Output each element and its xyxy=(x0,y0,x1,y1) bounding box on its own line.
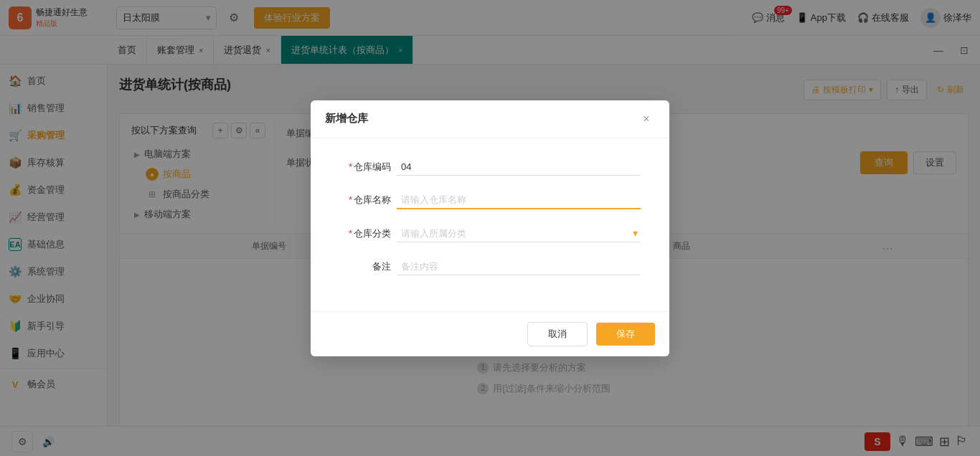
code-label: *仓库编码 xyxy=(339,161,397,174)
category-select[interactable]: 请输入所属分类 xyxy=(397,225,641,242)
cancel-button[interactable]: 取消 xyxy=(527,322,588,346)
form-row-category: *仓库分类 请输入所属分类 ▾ xyxy=(339,225,641,242)
name-input[interactable] xyxy=(397,191,641,209)
save-button[interactable]: 保存 xyxy=(596,323,655,346)
name-label: *仓库名称 xyxy=(339,194,397,206)
note-input[interactable] xyxy=(397,258,641,275)
modal-close-button[interactable]: × xyxy=(638,110,655,128)
add-warehouse-modal: 新增仓库 × *仓库编码 *仓库名称 *仓库分类 xyxy=(311,100,669,356)
code-input[interactable] xyxy=(397,158,641,176)
form-row-note: 备注 xyxy=(339,258,641,275)
form-row-name: *仓库名称 xyxy=(339,191,641,209)
note-label: 备注 xyxy=(339,260,397,273)
modal-title: 新增仓库 xyxy=(325,112,368,125)
modal-body: *仓库编码 *仓库名称 *仓库分类 请输入所属分类 xyxy=(311,138,669,311)
modal-overlay: 新增仓库 × *仓库编码 *仓库名称 *仓库分类 xyxy=(0,0,980,456)
form-row-code: *仓库编码 xyxy=(339,158,641,176)
modal-footer: 取消 保存 xyxy=(311,311,669,356)
modal-header: 新增仓库 × xyxy=(311,100,669,138)
category-select-wrap[interactable]: 请输入所属分类 ▾ xyxy=(397,225,641,242)
category-label: *仓库分类 xyxy=(339,227,397,240)
